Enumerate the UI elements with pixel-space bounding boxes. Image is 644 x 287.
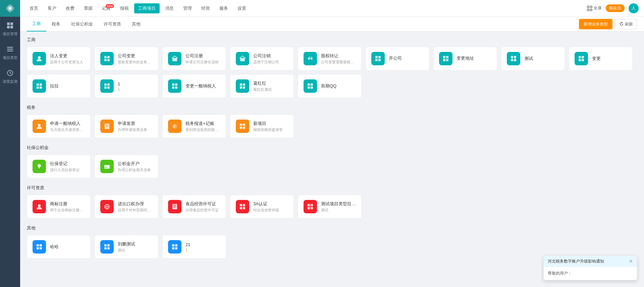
svg-rect-32 [511,56,513,58]
section-title-xuke: 许可资质 [27,185,637,191]
sidebar-item-progress-monitor[interactable]: 进度监测 [0,64,20,88]
svg-point-73 [38,204,41,207]
svg-rect-8 [7,49,13,50]
tab-xuke[interactable]: 许可资质 [98,17,126,31]
svg-rect-92 [107,244,110,246]
card-icon-change-taxpayer [168,79,181,93]
nav-tax[interactable]: 报税 [116,3,133,13]
card-change-address[interactable]: 变更地址 [433,47,497,70]
card-legal-change[interactable]: 法人变更 适用于公司变更法人 [27,47,91,70]
svg-rect-57 [311,83,313,86]
svg-rect-26 [375,59,378,61]
card-tax-report[interactable]: ¥ 税务报道+记账 拿到营业执照的新公司 [162,115,226,138]
nav-management[interactable]: 管理 [179,3,196,13]
card-mahonghong[interactable]: 葛红红 葛红红测试 [230,74,294,98]
svg-rect-45 [107,83,110,86]
svg-rect-53 [243,83,245,86]
svg-rect-88 [40,244,42,246]
card-liupeng-test[interactable]: 刘鹏测试 测试 [95,235,158,259]
card-apply-invoice[interactable]: 申请发票 办理申请发票业务 [95,115,158,138]
sidebar-item-project-type[interactable]: 项目类型 [0,41,20,64]
nav-invoice[interactable]: 票据 [80,3,97,13]
svg-rect-24 [375,56,378,58]
card-apply-taxpayer[interactable]: 申请一般纳税人 当月或次月成变更完成 [27,115,91,138]
card-fund-account[interactable]: 公积金开户 办理公积金相关业务 [95,155,158,178]
card-haha[interactable]: 哈哈 [27,235,91,259]
svg-rect-91 [104,244,107,246]
svg-text:¥: ¥ [173,125,175,128]
svg-rect-17 [107,56,110,58]
section-xuke: 许可资质 商标注册 用于企业商标注册服务 [27,185,637,218]
section-shebao: 社保公积金 社保登记 进行人员社保登记 [27,145,637,178]
section-title-shebao: 社保公积金 [27,145,637,151]
tab-other[interactable]: 其他 [126,17,146,31]
svg-rect-58 [308,86,310,89]
notification-title: 河北税务数字账户升级影响通知 [548,259,604,264]
svg-rect-52 [240,83,242,86]
nav-customer[interactable]: 客户 [44,3,60,13]
card-food-license[interactable]: 食品经营许可证 办理食品经营许可证 [162,195,226,218]
card-test[interactable]: 测试 [501,47,565,70]
card-change[interactable]: 变更 [569,47,633,70]
svg-rect-83 [308,204,310,206]
nav-service[interactable]: 服务 [215,3,232,13]
card-new-project[interactable]: 新项目 报税加税控盘保管 [230,115,294,138]
sidebar-item-project-mgmt[interactable]: 项目管理 [0,17,20,41]
card-open-company[interactable]: 开公司 [366,47,429,70]
svg-rect-87 [37,244,39,246]
avatar[interactable]: 人 [629,3,639,13]
nav-settings[interactable]: 设置 [233,3,250,13]
card-social-register[interactable]: 社保登记 进行人员社保登记 [27,155,91,178]
svg-rect-9 [7,51,13,52]
tab-gongshang[interactable]: 工商 [27,17,46,31]
tab-bar: 工商 税务 社保公积金 许可资质 其他 新增业务类型 刷新 [20,17,644,31]
svg-rect-16 [104,56,107,58]
nav-message[interactable]: 消息 [161,3,178,13]
card-icon-apply-invoice [100,120,114,133]
svg-rect-90 [40,247,42,249]
svg-rect-42 [37,86,39,89]
vip-button[interactable]: 畅会员 [606,4,625,12]
card-lala[interactable]: 拉拉 [27,74,91,98]
card-change-taxpayer[interactable]: 变更一般纳税人 [162,74,226,98]
svg-rect-25 [378,56,381,58]
card-num21[interactable]: 21 1 [162,235,226,259]
section-other: 其他 哈哈 刘 [27,225,637,259]
svg-rect-33 [514,56,516,58]
section-shuiwu: 税务 申请一般纳税人 当月或次月成变更完成 [27,104,637,138]
svg-rect-56 [308,83,310,86]
tab-shuiwu[interactable]: 税务 [46,17,66,31]
sidebar-item-label: 进度监测 [3,79,17,84]
nav-billing[interactable]: 收费 [62,3,78,13]
card-icon-3a-cert [236,200,249,213]
nav-bookkeeping[interactable]: 记账 new [98,3,115,13]
card-import-export[interactable]: 进出口权办理 适用于对外贸易经营者 [95,195,158,218]
card-icon-lala [33,79,46,93]
card-front-qq[interactable]: 前期QQ [298,74,362,98]
card-num1[interactable]: 1 1 [95,74,158,98]
card-company-register[interactable]: 公司注册 申请公司注册全流程 [162,47,226,70]
nav-home[interactable]: 首页 [25,3,42,13]
card-company-change[interactable]: 公司变更 股权变更外的业务变更 [95,47,158,70]
card-company-cancel[interactable]: 公司注销 适用于注销公司 [230,47,294,70]
svg-rect-5 [7,26,10,28]
card-3a-cert[interactable]: 3A认证 对企业信誉评级 [230,195,294,218]
svg-rect-6 [10,26,13,28]
card-trademark[interactable]: 商标注册 用于企业商标注册服务 [27,195,91,218]
card-equity-transfer[interactable]: 股权转让 公司变更需要股权转让 [298,47,362,70]
notification-close-button[interactable]: ✕ [629,259,633,264]
svg-rect-98 [175,247,177,249]
new-badge: new [106,4,114,8]
card-icon-mahonghong [236,79,249,93]
svg-rect-86 [311,207,313,209]
card-icon-haha [33,240,46,254]
fullscreen-btn[interactable]: 全屏 [587,5,602,11]
refresh-button[interactable]: 刷新 [615,19,637,29]
nav-industrial[interactable]: 工商项目 [134,3,160,13]
notification-popup: 河北税务数字账户升级影响通知 ✕ 尊敬的用户： [543,256,637,280]
tab-shebao[interactable]: 社保公积金 [66,17,98,31]
card-test-type[interactable]: 测试项目类型目定义 测试 [298,195,362,218]
nav-operations[interactable]: 经营 [197,3,214,13]
new-type-button[interactable]: 新增业务类型 [579,19,612,29]
svg-rect-28 [443,56,445,58]
